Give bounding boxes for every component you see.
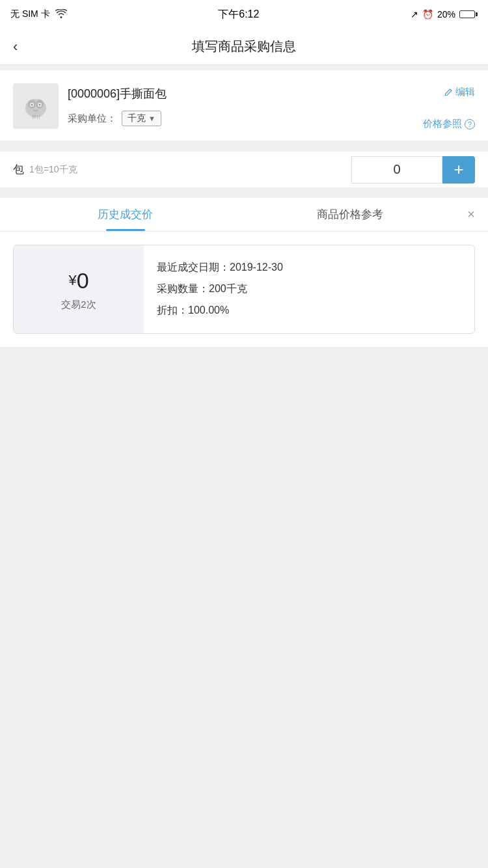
tab-close-button[interactable]: × <box>462 202 480 227</box>
price-symbol: ¥ <box>68 272 76 289</box>
divider-1 <box>0 141 488 146</box>
status-bar: 无 SIM 卡 下午6:12 ↗ ⏰ 20% <box>0 0 488 29</box>
back-button[interactable]: ‹ <box>8 33 23 61</box>
tab-history-price-label: 历史成交价 <box>98 207 153 222</box>
nav-bar: ‹ 填写商品采购信息 <box>0 29 488 65</box>
price-value: 0 <box>77 268 89 293</box>
tab-underline <box>106 229 145 231</box>
unit-value: 千克 <box>128 113 146 124</box>
quantity-label: 包 1包=10千克 <box>13 162 77 177</box>
purchase-qty-row: 采购数量：200千克 <box>157 282 461 296</box>
status-time: 下午6:12 <box>218 8 259 21</box>
price-ref-button[interactable]: 价格参照 ? <box>423 118 475 130</box>
discount-value: 100.00% <box>188 305 229 316</box>
tab-product-price-ref[interactable]: 商品价格参考 <box>237 198 462 231</box>
purchase-qty-value: 200千克 <box>209 283 247 294</box>
recent-date-label: 最近成交日期： <box>157 262 230 273</box>
unit-badge[interactable]: 千克 ▼ <box>122 111 161 126</box>
quantity-input[interactable]: 0 <box>351 156 442 183</box>
transaction-count: 交易2次 <box>61 299 96 311</box>
edit-label: 编辑 <box>455 86 475 98</box>
transaction-left: ¥0 交易2次 <box>14 245 144 333</box>
location-icon: ↗ <box>411 9 418 20</box>
transaction-card: ¥0 交易2次 最近成交日期：2019-12-30 采购数量：200千克 折扣：… <box>13 245 475 334</box>
status-right: ↗ ⏰ 20% <box>411 9 478 20</box>
unit-arrow: ▼ <box>148 115 156 122</box>
recent-date-row: 最近成交日期：2019-12-30 <box>157 261 461 275</box>
alarm-icon: ⏰ <box>422 9 433 20</box>
product-name: [0000006]手撕面包 <box>68 86 167 102</box>
tab-history-price[interactable]: 历史成交价 <box>13 198 237 231</box>
carrier-text: 无 SIM 卡 <box>10 8 50 20</box>
tab-section: 历史成交价 商品价格参考 × ¥0 交易2次 最近成交日期：2019-12-30… <box>0 198 488 347</box>
edit-button[interactable]: 编辑 <box>444 86 475 98</box>
tab-content: ¥0 交易2次 最近成交日期：2019-12-30 采购数量：200千克 折扣：… <box>0 232 488 347</box>
battery-icon <box>459 10 478 18</box>
discount-row: 折扣：100.00% <box>157 304 461 318</box>
transaction-right: 最近成交日期：2019-12-30 采购数量：200千克 折扣：100.00% <box>144 245 474 333</box>
svg-text:鲜计: 鲜计 <box>32 115 41 119</box>
status-left: 无 SIM 卡 <box>10 8 67 20</box>
product-thumbnail: 鲜计 <box>13 83 59 129</box>
price-ref-label: 价格参照 <box>423 118 462 130</box>
product-unit-row: 采购单位： 千克 ▼ <box>68 111 167 126</box>
tab-header: 历史成交价 商品价格参考 × <box>0 198 488 232</box>
price-ref-question-icon: ? <box>465 119 475 129</box>
transaction-price: ¥0 <box>68 268 88 293</box>
recent-date-value: 2019-12-30 <box>230 262 283 273</box>
battery-percent: 20% <box>437 9 455 20</box>
page-title: 填写商品采购信息 <box>192 38 296 55</box>
svg-point-6 <box>39 104 41 106</box>
quantity-unit-hint: 1包=10千克 <box>29 164 77 176</box>
product-card: 鲜计 [0000006]手撕面包 采购单位： 千克 ▼ 编辑 <box>0 70 488 141</box>
quantity-controls: 0 + <box>351 156 475 183</box>
purchase-qty-label: 采购数量： <box>157 283 209 294</box>
quantity-row: 包 1包=10千克 0 + <box>0 151 488 187</box>
product-info: [0000006]手撕面包 采购单位： 千克 ▼ <box>68 83 167 126</box>
svg-point-5 <box>31 104 33 106</box>
tab-product-price-ref-label: 商品价格参考 <box>317 207 383 222</box>
discount-label: 折扣： <box>157 305 188 316</box>
divider-2 <box>0 187 488 193</box>
quantity-plus-button[interactable]: + <box>442 156 475 183</box>
quantity-unit: 包 <box>13 162 24 177</box>
purchase-unit-label: 采购单位： <box>68 113 116 125</box>
wifi-icon <box>55 9 67 20</box>
